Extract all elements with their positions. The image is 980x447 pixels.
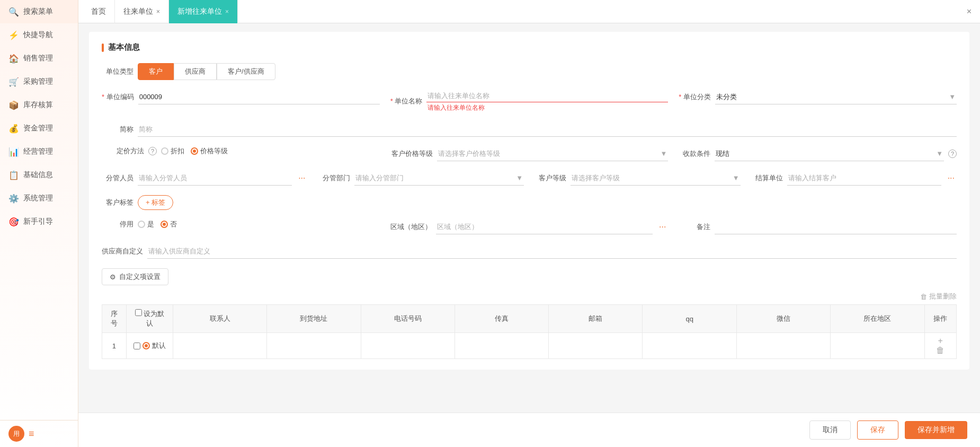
settlement-unit-label: 结算单位 <box>751 173 783 183</box>
radio-price-level[interactable]: 价格等级 <box>191 146 228 156</box>
abbreviation-group: 简称 <box>102 122 957 137</box>
col-phone: 电话号码 <box>361 305 455 333</box>
sidebar-item-finance[interactable]: 💰 资金管理 <box>0 117 78 140</box>
unit-code-input[interactable] <box>138 90 380 104</box>
sidebar-item-system[interactable]: ⚙️ 系统管理 <box>0 187 78 210</box>
cancel-button[interactable]: 取消 <box>809 420 851 440</box>
abbreviation-label: 简称 <box>102 125 133 134</box>
unit-btn-both[interactable]: 客户/供应商 <box>217 63 275 80</box>
row-checkbox[interactable] <box>133 343 140 349</box>
cell-action: + 🗑 <box>924 333 957 359</box>
avatar: 用 <box>8 426 24 442</box>
region-more-btn[interactable]: ··· <box>657 222 668 232</box>
department-group: 分管部门 请输入分管部门 ▼ <box>318 171 524 186</box>
email-input[interactable] <box>554 342 637 350</box>
close-partners-tab[interactable]: × <box>156 8 160 15</box>
unit-name-input[interactable] <box>426 90 668 102</box>
remark-input[interactable] <box>715 220 957 234</box>
payment-terms-select[interactable]: 现结 ▼ <box>715 146 944 161</box>
custom-settings-label: 自定义项设置 <box>119 272 161 282</box>
gear-settings-icon: ⚙ <box>110 273 116 281</box>
unit-category-group: 单位分类 未分类 ▼ <box>679 90 957 104</box>
manager-input[interactable] <box>138 171 292 186</box>
department-select[interactable]: 请输入分管部门 ▼ <box>354 171 524 186</box>
tab-home[interactable]: 首页 <box>83 0 115 23</box>
pricing-help-icon[interactable]: ? <box>148 147 157 155</box>
settlement-unit-group: 结算单位 ··· <box>751 171 957 186</box>
unit-type-buttons: 客户 供应商 客户/供应商 <box>138 63 275 80</box>
qq-input[interactable] <box>648 342 730 350</box>
radio-no-circle <box>161 221 168 228</box>
settings-icon[interactable]: ≡ <box>29 428 34 440</box>
tab-new-partner[interactable]: 新增往来单位 × <box>169 0 238 23</box>
col-wechat: 微信 <box>736 305 830 333</box>
fax-input[interactable] <box>460 342 543 350</box>
customer-price-level-select[interactable]: 请选择客户价格等级 ▼ <box>437 146 669 161</box>
customer-price-level-placeholder: 请选择客户价格等级 <box>438 149 500 159</box>
phone-input[interactable] <box>367 342 449 350</box>
wechat-input[interactable] <box>742 342 825 350</box>
radio-no[interactable]: 否 <box>161 220 177 229</box>
row-region-input[interactable] <box>836 342 919 350</box>
disabled-row: 停用 是 否 区域（地区） ··· <box>102 220 957 234</box>
sidebar-item-search[interactable]: 🔍 搜索菜单 <box>0 0 78 23</box>
radio-discount[interactable]: 折扣 <box>161 146 184 156</box>
sidebar-item-basic[interactable]: 📋 基础信息 <box>0 163 78 187</box>
sidebar-item-sales[interactable]: 🏠 销售管理 <box>0 47 78 70</box>
settlement-more-btn[interactable]: ··· <box>946 173 957 183</box>
table-row: 1 默认 <box>102 333 957 359</box>
close-new-partner-tab[interactable]: × <box>225 8 229 15</box>
tab-partners[interactable]: 往来单位 × <box>115 0 169 23</box>
add-tag-button[interactable]: + 标签 <box>138 195 173 210</box>
custom-settings-button[interactable]: ⚙ 自定义项设置 <box>102 268 168 285</box>
col-qq: qq <box>643 305 736 333</box>
col-region: 所在地区 <box>831 305 924 333</box>
sidebar: 🔍 搜索菜单 ⚡ 快捷导航 🏠 销售管理 🛒 采购管理 📦 库存核算 💰 资金管… <box>0 0 78 447</box>
region-label: 区域（地区） <box>390 222 432 232</box>
radio-yes[interactable]: 是 <box>138 220 154 229</box>
cell-region <box>831 333 924 359</box>
dropdown-arrow-category: ▼ <box>949 93 956 101</box>
customer-price-level-label: 客户价格等级 <box>390 149 433 159</box>
settlement-unit-input[interactable] <box>787 171 941 186</box>
search-icon: 🔍 <box>8 6 19 17</box>
row-default-radio[interactable]: 默认 <box>142 341 166 350</box>
money-icon: 💰 <box>8 123 19 134</box>
unit-category-select[interactable]: 未分类 ▼ <box>715 90 957 104</box>
address-input[interactable] <box>272 342 355 350</box>
close-window-button[interactable]: × <box>963 7 976 16</box>
sidebar-item-purchase[interactable]: 🛒 采购管理 <box>0 70 78 93</box>
batch-delete-icon: 🗑 <box>920 293 927 301</box>
sidebar-item-label: 库存核算 <box>23 100 53 110</box>
col-index: 序号 <box>102 305 127 333</box>
payment-help-icon[interactable]: ? <box>948 150 957 158</box>
save-button[interactable]: 保存 <box>857 420 898 440</box>
sidebar-item-inventory[interactable]: 📦 库存核算 <box>0 93 78 117</box>
sidebar-item-quicknav[interactable]: ⚡ 快捷导航 <box>0 23 78 47</box>
batch-delete-area[interactable]: 🗑 批量删除 <box>102 292 957 301</box>
manager-group: 分管人员 ··· <box>102 171 308 186</box>
customer-level-select[interactable]: 请选择客户等级 ▼ <box>571 171 741 186</box>
abbreviation-input[interactable] <box>138 122 957 137</box>
add-row-button[interactable]: + <box>937 336 945 346</box>
select-all-checkbox[interactable] <box>135 309 142 316</box>
customer-level-group: 客户等级 请选择客户等级 ▼ <box>534 171 741 186</box>
customer-tag-group: 客户标签 + 标签 <box>102 195 957 210</box>
contact-input[interactable] <box>179 342 261 350</box>
unit-btn-supplier[interactable]: 供应商 <box>174 63 217 80</box>
region-input[interactable] <box>436 220 653 234</box>
sidebar-item-label: 新手引导 <box>23 217 53 226</box>
abbreviation-row: 简称 <box>102 122 957 137</box>
delete-row-button[interactable]: 🗑 <box>934 346 946 355</box>
manager-more-btn[interactable]: ··· <box>296 173 307 183</box>
sidebar-item-guide[interactable]: 🎯 新手引导 <box>0 210 78 233</box>
sidebar-item-operations[interactable]: 📊 经营管理 <box>0 140 78 163</box>
manager-row: 分管人员 ··· 分管部门 请输入分管部门 ▼ 客户等级 请选择客户等级 ▼ <box>102 171 957 186</box>
save-new-button[interactable]: 保存并新增 <box>905 421 967 439</box>
supplier-custom-input[interactable] <box>147 244 957 259</box>
unit-btn-customer[interactable]: 客户 <box>138 63 174 80</box>
pricing-method-label: 定价方法 <box>102 146 144 156</box>
content-area: 基本信息 单位类型 客户 供应商 客户/供应商 单位编码 <box>78 23 980 413</box>
cell-address <box>267 333 361 359</box>
footer: 取消 保存 保存并新增 <box>78 413 980 447</box>
